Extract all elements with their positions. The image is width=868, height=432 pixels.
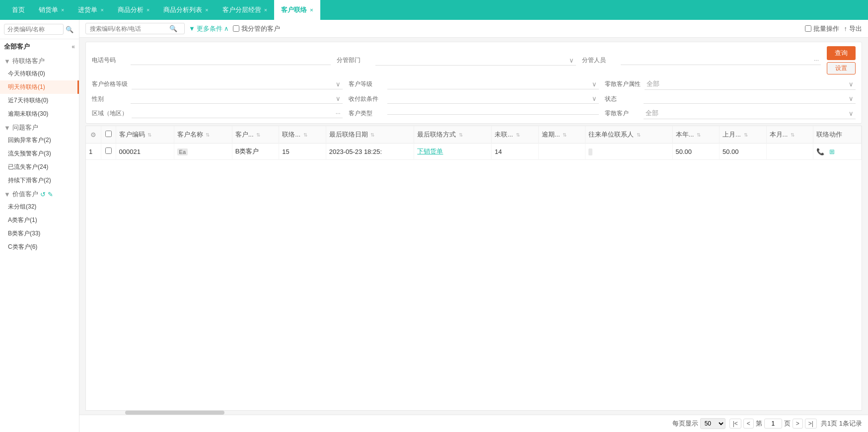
sort-this-month-icon[interactable]: ⇅ [791,132,795,138]
nav-product-analysis[interactable]: 商品分析 × [111,0,156,20]
th-settings[interactable]: ⚙ [86,126,101,144]
price-level-select[interactable]: ∨ [132,79,343,89]
retail-attr-select[interactable]: 全部 ∨ [645,78,856,90]
manager-select[interactable]: ··· [621,56,821,65]
pagination-nav: |< < 第 页 > >| [729,419,817,429]
sort-date-icon[interactable]: ⇅ [370,132,374,138]
close-product-analysis-icon[interactable]: × [146,7,149,13]
row-last-contact-method[interactable]: 下销货单 [414,144,492,160]
sidebar-item-b-class[interactable]: B类客户(33) [0,227,79,240]
sort-type-icon[interactable]: ⇅ [256,132,260,138]
th-this-year: 本年... ⇅ [672,126,720,144]
th-name: 客户名称 ⇅ [174,126,232,144]
sidebar-item-c-class[interactable]: C类客户(6) [0,240,79,254]
gender-select[interactable]: ∨ [131,94,343,104]
row-checkbox[interactable] [101,144,116,160]
region-ellipsis-icon[interactable]: ··· [336,110,341,117]
sidebar-item-ungrouped[interactable]: 未分组(32) [0,200,79,214]
status-select[interactable]: ∨ [644,94,856,104]
sort-method-icon[interactable]: ⇅ [459,132,463,138]
sidebar-item-repurchase-abnormal[interactable]: 回购异常客户(2) [0,134,79,147]
th-checkbox[interactable] [101,126,116,144]
sort-uncontacted-icon[interactable]: ⇅ [516,132,520,138]
sidebar-search-input[interactable] [4,24,64,35]
nav-product-analysis-list[interactable]: 商品分析列表 × [156,0,215,20]
horizontal-scrollbar[interactable] [85,411,862,415]
sidebar-item-tomorrow[interactable]: 明天待联络(1) [0,80,79,94]
sort-overdue-icon[interactable]: ⇅ [563,132,567,138]
sidebar-item-churned[interactable]: 已流失客户(24) [0,160,79,174]
gender-arrow-icon: ∨ [336,95,341,102]
filter-actions: 查询 设置 [827,46,856,74]
filter-retail-customer: 零散客户 全部 ∨ [605,108,856,119]
contact-method-link[interactable]: 下销货单 [417,147,443,155]
row-contact-count: 15 [279,144,326,160]
customer-type-select[interactable] [387,112,599,115]
my-customers-check[interactable] [233,25,239,32]
nav-sales[interactable]: 销货单 × [32,0,71,20]
sidebar-item-7days[interactable]: 近7天待联络(0) [0,94,79,107]
action-more-icon[interactable]: ⊞ [829,148,835,155]
sort-contact-count-icon[interactable]: ⇅ [303,132,307,138]
first-page-btn[interactable]: |< [729,419,741,429]
sidebar-item-overdue[interactable]: 逾期未联络(30) [0,107,79,121]
page-size-select[interactable]: 50 100 200 [700,418,725,429]
next-page-btn[interactable]: > [793,419,803,429]
filter-manager: 分管人员 ··· [582,56,821,65]
data-table: ⚙ 客户编码 ⇅ 客户名称 ⇅ [85,126,862,411]
sidebar-item-today[interactable]: 今天待联络(0) [0,67,79,80]
action-phone-icon[interactable]: 📞 [816,148,824,155]
settings-gear-icon[interactable]: ⚙ [90,131,96,139]
close-customer-contact-icon[interactable]: × [310,7,313,13]
query-button[interactable]: 查询 [827,46,856,60]
phone-input[interactable] [131,56,331,65]
sidebar-group-value[interactable]: ▼ 价值客户 ↺ ✎ [0,187,79,200]
manager-ellipsis-icon[interactable]: ··· [814,57,819,64]
sidebar-search-icon[interactable]: 🔍 [66,26,73,33]
toolbar-search-icon[interactable]: 🔍 [169,25,177,32]
sidebar-item-churn-warning[interactable]: 流失预警客户(3) [0,147,79,160]
region-select[interactable]: ··· [132,109,343,118]
batch-operation-btn[interactable]: 批量操作 [805,24,839,33]
payment-select[interactable]: ∨ [387,94,599,104]
refresh-icon[interactable]: ↺ [40,191,46,198]
export-btn[interactable]: ↑ 导出 [844,24,863,33]
sidebar-group-pending[interactable]: ▼ 待联络客户 [0,54,79,67]
more-conditions-btn[interactable]: ▼ 更多条件 ∧ [189,24,229,33]
sort-name-icon[interactable]: ⇅ [206,132,210,138]
close-customer-tiers-icon[interactable]: × [264,7,267,13]
select-all-checkbox[interactable] [105,131,112,137]
sort-this-year-icon[interactable]: ⇅ [697,132,701,138]
close-sales-icon[interactable]: × [61,7,64,13]
nav-customer-tiers[interactable]: 客户分层经营 × [216,0,274,20]
sidebar-item-a-class[interactable]: A类客户(1) [0,214,79,227]
edit-icon[interactable]: ✎ [48,191,53,198]
my-customers-checkbox[interactable]: 我分管的客户 [233,24,280,33]
page-number-input[interactable] [764,419,782,429]
toolbar-right: 批量操作 ↑ 导出 [805,24,863,33]
prev-page-btn[interactable]: < [743,419,754,429]
sort-last-month-icon[interactable]: ⇅ [744,132,748,138]
batch-op-check[interactable] [805,25,811,32]
sort-unit-contact-icon[interactable]: ⇅ [637,132,641,138]
close-purchase-icon[interactable]: × [100,7,103,13]
sort-code-icon[interactable]: ⇅ [147,132,151,138]
filter-customer-type: 客户类型 [349,109,599,118]
all-customers-section[interactable]: 全部客户 « [0,39,79,54]
settings-button[interactable]: 设置 [827,62,856,74]
dept-select[interactable]: ∨ [375,56,576,66]
nav-customer-contact[interactable]: 客户联络 × [274,0,320,20]
sidebar-group-problem[interactable]: ▼ 问题客户 [0,121,79,134]
nav-purchase[interactable]: 进货单 × [71,0,110,20]
scrollbar-thumb[interactable] [125,411,224,415]
close-product-analysis-list-icon[interactable]: × [205,7,208,13]
nav-home[interactable]: 首页 [5,0,32,20]
last-page-btn[interactable]: >| [805,419,817,429]
retail-attr-label: 零散客户属性 [605,80,641,88]
row-actions[interactable]: 📞 ⊞ [813,144,862,160]
row-select-checkbox[interactable] [105,147,112,154]
customer-level-select[interactable]: ∨ [387,79,599,89]
sidebar-item-declining[interactable]: 持续下滑客户(2) [0,174,79,187]
toolbar-search-input[interactable] [90,25,169,32]
retail-customer-select[interactable]: 全部 ∨ [644,108,856,119]
